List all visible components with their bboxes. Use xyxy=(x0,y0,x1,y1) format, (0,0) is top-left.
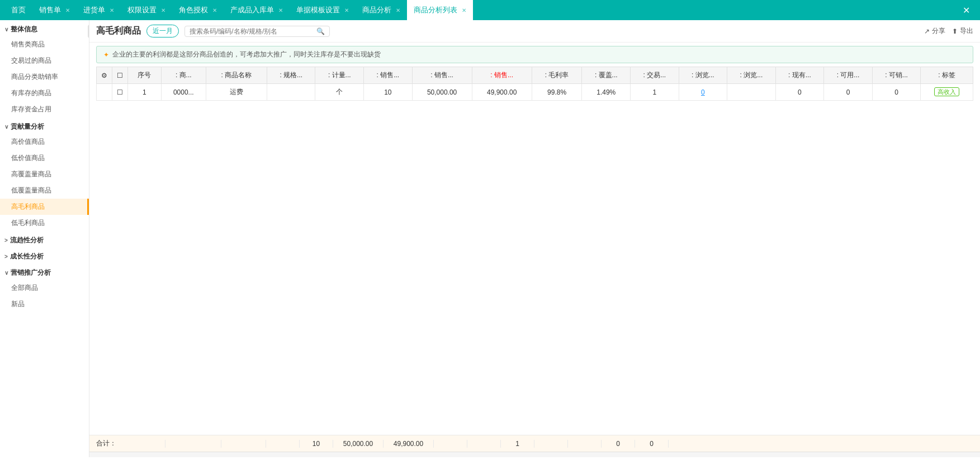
sidebar-group-contribution[interactable]: ∨ 贡献量分析 xyxy=(0,118,89,134)
nav-close-role[interactable]: ✕ xyxy=(212,7,217,13)
sidebar-group-overall-label: 整体信息 xyxy=(11,25,37,34)
col-header-browse2: : 浏览... xyxy=(727,67,776,84)
nav-item-product-entry[interactable]: 产成品入库单 ✕ xyxy=(224,0,290,20)
col-header-tag: : 标签 xyxy=(921,67,973,84)
nav-item-sales-label: 销售单 xyxy=(39,5,61,15)
sidebar-item-low-margin[interactable]: 低毛利商品 xyxy=(0,215,89,231)
nav-item-home[interactable]: 首页 xyxy=(4,0,32,20)
sidebar-group-growth[interactable]: > 成长性分析 xyxy=(0,247,89,264)
tag-badge: 高收入 xyxy=(934,87,959,96)
footer-available: 0 xyxy=(635,440,669,448)
nav-item-sales[interactable]: 销售单 ✕ xyxy=(32,0,77,20)
table-row: ☐ 1 0000... 运费 个 10 50,000.00 49,900.00 … xyxy=(97,84,973,101)
sidebar-item-traded-goods[interactable]: 交易过的商品 xyxy=(0,53,89,69)
nav-close-sales[interactable]: ✕ xyxy=(65,7,70,13)
table-container[interactable]: ⚙ ☐ 序号 : 商... : 商品名称 : 规格... : 计量... : 销… xyxy=(89,67,980,435)
nav-close-analysis-list[interactable]: ✕ xyxy=(462,7,466,13)
footer-placeholder-1 xyxy=(132,440,165,448)
export-button[interactable]: ⬆ 导出 xyxy=(952,26,973,36)
chevron-overall: ∨ xyxy=(4,26,8,32)
nav-item-product-entry-label: 产成品入库单 xyxy=(230,5,274,15)
sidebar-item-stock-fund[interactable]: 库存资金占用 xyxy=(0,101,89,118)
nav-item-purchase-label: 进货单 xyxy=(83,5,105,15)
bottom-scrollbar[interactable] xyxy=(89,452,980,457)
col-header-browse1: : 浏览... xyxy=(679,67,727,84)
cell-browse1[interactable]: 0 xyxy=(679,84,727,101)
sidebar-group-contribution-label: 贡献量分析 xyxy=(11,122,44,132)
col-header-coverage: : 覆盖... xyxy=(582,67,631,84)
chevron-growth: > xyxy=(4,254,8,260)
nav-close-analysis[interactable]: ✕ xyxy=(396,7,400,13)
top-nav: 首页 销售单 ✕ 进货单 ✕ 权限设置 ✕ 角色授权 ✕ 产成品入库单 ✕ 单据… xyxy=(0,0,980,20)
info-text: 企业的主要的利润都是这部分商品创造的，可考虑加大推广，同时关注库存是不要出现缺货 xyxy=(112,50,381,59)
sidebar-collapse-button[interactable]: 《 xyxy=(88,25,89,38)
nav-close-product-entry[interactable]: ✕ xyxy=(278,7,283,13)
nav-item-analysis-label: 商品分析 xyxy=(362,5,391,15)
sidebar-item-low-coverage[interactable]: 低覆盖量商品 xyxy=(0,182,89,199)
sidebar-group-growth-label: 成长性分析 xyxy=(10,252,44,261)
nav-item-analysis-list[interactable]: 商品分析列表 ✕ xyxy=(407,0,473,20)
sidebar: 《 ∨ 整体信息 销售类商品 交易过的商品 商品分类助销率 有库存的商品 库存资… xyxy=(0,20,89,457)
sidebar-item-high-coverage[interactable]: 高覆盖量商品 xyxy=(0,166,89,182)
main-layout: 《 ∨ 整体信息 销售类商品 交易过的商品 商品分类助销率 有库存的商品 库存资… xyxy=(0,20,980,457)
col-header-current-stock: : 现有... xyxy=(775,67,824,84)
window-close-button[interactable]: ✕ xyxy=(957,5,976,16)
col-header-sales-qty: : 销售... xyxy=(364,67,413,84)
sidebar-item-in-stock[interactable]: 有库存的商品 xyxy=(0,85,89,101)
cell-browse2 xyxy=(727,84,776,101)
col-header-sales-amount: : 销售... xyxy=(412,67,472,84)
footer-placeholder-2 xyxy=(165,440,221,448)
col-header-unit: : 计量... xyxy=(315,67,364,84)
col-header-spec: : 规格... xyxy=(267,67,315,84)
share-button[interactable]: ↗ 分享 xyxy=(924,26,945,36)
sidebar-group-trend-label: 流趋性分析 xyxy=(10,236,44,245)
cell-unit: 个 xyxy=(315,84,364,101)
sidebar-group-overall[interactable]: ∨ 整体信息 xyxy=(0,20,89,36)
nav-item-permission[interactable]: 权限设置 ✕ xyxy=(121,0,172,20)
browse1-link: 0 xyxy=(701,88,705,96)
nav-item-analysis[interactable]: 商品分析 ✕ xyxy=(356,0,407,20)
sidebar-item-category-rate[interactable]: 商品分类助销率 xyxy=(0,69,89,85)
chevron-contribution: ∨ xyxy=(4,124,8,130)
nav-item-template[interactable]: 单据模板设置 ✕ xyxy=(290,0,356,20)
footer-sales-qty: 10 xyxy=(300,440,333,448)
cell-tag: 高收入 xyxy=(921,84,973,101)
sidebar-item-high-margin[interactable]: 高毛利商品 xyxy=(0,199,89,215)
col-header-gross-margin: : 毛利率 xyxy=(532,67,582,84)
cell-sales-amount: 50,000.00 xyxy=(412,84,472,101)
search-icon[interactable]: 🔍 xyxy=(316,27,325,35)
nav-close-template[interactable]: ✕ xyxy=(344,7,349,13)
sidebar-group-trend[interactable]: > 流趋性分析 xyxy=(0,231,89,247)
nav-item-purchase[interactable]: 进货单 ✕ xyxy=(77,0,121,20)
cell-settings xyxy=(97,84,112,101)
sidebar-group-marketing[interactable]: ∨ 营销推广分析 xyxy=(0,264,89,280)
chevron-trend: > xyxy=(4,237,8,243)
footer-sales-profit: 49,900.00 xyxy=(384,440,434,448)
sidebar-item-all-goods[interactable]: 全部商品 xyxy=(0,280,89,296)
search-input[interactable] xyxy=(190,27,314,35)
sidebar-group-marketing-label: 营销推广分析 xyxy=(11,268,51,278)
nav-item-role[interactable]: 角色授权 ✕ xyxy=(172,0,224,20)
col-header-settings[interactable]: ⚙ xyxy=(97,67,112,84)
cell-coverage: 1.49% xyxy=(582,84,631,101)
sidebar-item-sales-goods[interactable]: 销售类商品 xyxy=(0,36,89,53)
col-header-index: 序号 xyxy=(128,67,162,84)
cell-sales-qty: 10 xyxy=(364,84,413,101)
col-header-code: : 商... xyxy=(161,67,206,84)
nav-item-home-label: 首页 xyxy=(11,5,26,15)
sidebar-item-new-goods[interactable]: 新品 xyxy=(0,296,89,312)
nav-close-purchase[interactable]: ✕ xyxy=(110,7,114,13)
info-icon: ✦ xyxy=(103,51,109,59)
sidebar-item-high-value[interactable]: 高价值商品 xyxy=(0,134,89,150)
col-header-sellable: : 可销... xyxy=(872,67,921,84)
cell-gross-margin: 99.8% xyxy=(532,84,582,101)
col-header-name: : 商品名称 xyxy=(206,67,267,84)
filter-button[interactable]: 近一月 xyxy=(146,25,179,37)
cell-checkbox[interactable]: ☐ xyxy=(112,84,128,101)
col-header-checkbox[interactable]: ☐ xyxy=(112,67,128,84)
share-icon: ↗ xyxy=(924,27,930,35)
export-label: 导出 xyxy=(960,26,973,36)
nav-close-permission[interactable]: ✕ xyxy=(161,7,165,13)
sidebar-item-low-value[interactable]: 低价值商品 xyxy=(0,150,89,166)
chevron-marketing: ∨ xyxy=(4,270,8,276)
